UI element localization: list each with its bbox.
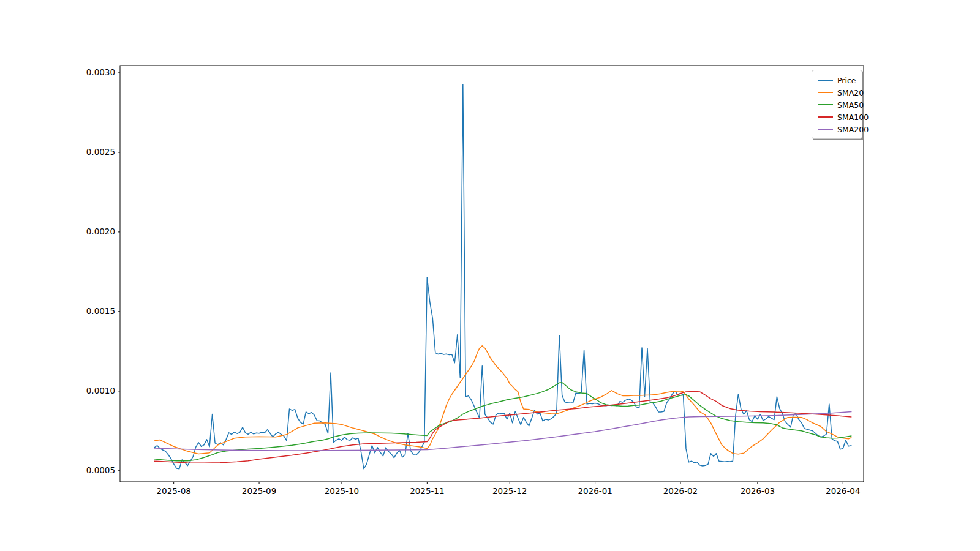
legend-label-sma200: SMA200	[837, 125, 869, 134]
legend-line-sample-sma20	[818, 92, 833, 93]
legend-item-sma50: SMA50	[812, 99, 862, 111]
x-tick-label: 2026-03	[741, 486, 775, 496]
legend-line-sample-sma50	[818, 104, 833, 105]
x-tick-label: 2026-04	[826, 486, 860, 496]
legend-label-sma20: SMA20	[837, 88, 864, 97]
legend-label-price: Price	[837, 76, 856, 85]
series-line-sma100	[154, 391, 851, 463]
x-tick-label: 2025-08	[156, 486, 190, 496]
x-tick-label: 2025-10	[325, 486, 359, 496]
series-line-sma20	[154, 346, 851, 454]
plot-area-border	[120, 66, 864, 482]
legend-line-sample-price	[818, 80, 833, 81]
y-tick-label: 0.0025	[86, 147, 115, 157]
x-tick-label: 2025-12	[492, 486, 527, 496]
y-tick-label: 0.0030	[86, 67, 115, 77]
x-tick-label: 2025-09	[242, 486, 276, 496]
legend-item-sma20: SMA20	[812, 86, 862, 99]
y-tick-label: 0.0005	[86, 465, 115, 475]
x-tick-label: 2025-11	[410, 486, 444, 496]
x-tick-label: 2026-01	[578, 486, 612, 496]
legend-label-sma100: SMA100	[837, 113, 869, 122]
x-tick-label: 2026-02	[663, 486, 698, 496]
y-tick-label: 0.0015	[86, 306, 115, 316]
legend-item-price: Price	[812, 74, 862, 86]
legend-line-sample-sma200	[818, 129, 833, 130]
series-line-sma50	[154, 383, 851, 461]
y-tick-label: 0.0020	[86, 227, 115, 236]
series-line-sma200	[154, 412, 851, 451]
legend-item-sma100: SMA100	[812, 111, 862, 123]
legend-label-sma50: SMA50	[837, 100, 864, 110]
price-sma-chart: 2025-082025-092025-102025-112025-122026-…	[0, 0, 980, 551]
y-tick-label: 0.0010	[86, 386, 115, 395]
legend: Price SMA20 SMA50 SMA100 SMA200	[812, 70, 862, 139]
legend-line-sample-sma100	[818, 116, 833, 118]
legend-item-sma200: SMA200	[812, 123, 862, 135]
